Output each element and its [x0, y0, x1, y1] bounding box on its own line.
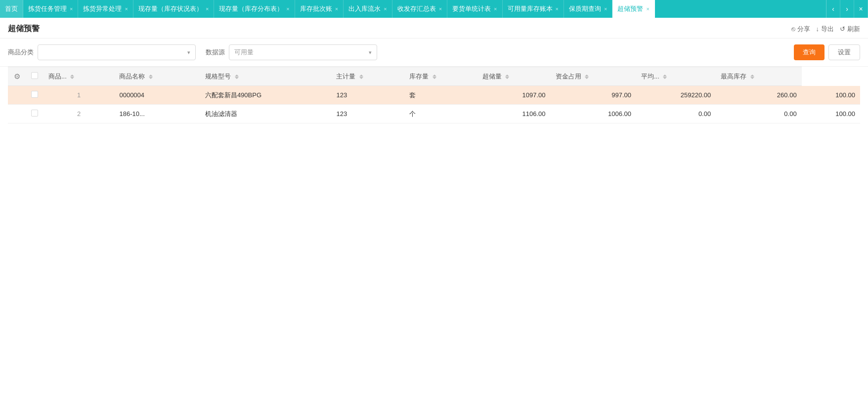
tab-overstock[interactable]: 超储预警 ×	[612, 0, 654, 18]
header-checkbox[interactable]	[31, 72, 38, 79]
close-icon[interactable]: ×	[556, 6, 559, 12]
cell-capital: 259220.00	[636, 86, 716, 105]
page-content: 超储预警 ⎋ 分享 ↓ 导出 ↺ 刷新 商品分类 ▾ 数据源	[0, 18, 868, 395]
close-icon[interactable]: ×	[494, 6, 497, 12]
cell-index: 1	[43, 86, 114, 105]
filter-area: 商品分类 ▾ 数据源 可用量 ▾ 查询 设置	[0, 39, 868, 67]
close-icon[interactable]: ×	[206, 6, 209, 12]
gear-icon[interactable]: ⚙	[14, 72, 20, 80]
datasource-select[interactable]: 可用量 ▾	[229, 44, 377, 60]
row-checkbox[interactable]	[31, 91, 38, 98]
tab-expiry[interactable]: 保质期查询 ×	[564, 0, 612, 18]
cell-index: 2	[43, 105, 114, 123]
sort-icon	[750, 75, 754, 79]
row-checkbox[interactable]	[31, 110, 38, 117]
close-icon[interactable]: ×	[604, 6, 607, 12]
col-settings: ⚙	[8, 67, 26, 86]
col-product-code[interactable]: 商品...	[43, 67, 114, 86]
top-nav: 首页 拣货任务管理 × 拣货异常处理 × 现存量（库存状况表） × 现存量（库存…	[0, 0, 868, 18]
settings-button[interactable]: 设置	[828, 44, 860, 60]
row-checkbox-cell	[26, 105, 43, 123]
tab-pick-task[interactable]: 拣货任务管理 ×	[23, 0, 78, 18]
category-select[interactable]: ▾	[38, 44, 196, 60]
col-capital[interactable]: 资金占用	[551, 67, 636, 86]
cell-product-name: 六配套新昌490BPG	[200, 86, 332, 105]
cell-spec: 123	[331, 86, 404, 105]
cell-capital: 0.00	[636, 105, 716, 123]
close-icon[interactable]: ×	[125, 6, 128, 12]
header-actions: ⎋ 分享 ↓ 导出 ↺ 刷新	[791, 25, 861, 34]
table-container: ⚙ 商品... 商品名称	[0, 67, 868, 123]
sort-icon	[433, 75, 436, 79]
close-icon[interactable]: ×	[335, 6, 338, 12]
category-label: 商品分类	[8, 48, 34, 57]
category-filter: 商品分类 ▾	[8, 44, 196, 60]
refresh-icon: ↺	[840, 25, 845, 33]
sort-icon	[149, 75, 153, 79]
tab-available[interactable]: 可用量库存账本 ×	[503, 0, 564, 18]
sort-icon	[585, 75, 589, 79]
datasource-value: 可用量	[234, 48, 254, 57]
export-icon: ↓	[816, 25, 820, 33]
cell-stock: 1097.00	[477, 86, 551, 105]
nav-prev-button[interactable]: ‹	[826, 0, 840, 18]
sort-icon	[70, 75, 74, 79]
page-header: 超储预警 ⎋ 分享 ↓ 导出 ↺ 刷新	[0, 18, 868, 39]
cell-product-name: 机油滤清器	[200, 105, 332, 123]
cell-avg: 0.00	[716, 105, 801, 123]
share-icon: ⎋	[791, 25, 795, 33]
close-icon[interactable]: ×	[439, 6, 442, 12]
sort-icon	[359, 75, 363, 79]
cell-unit: 个	[404, 105, 477, 123]
col-spec[interactable]: 规格型号	[200, 67, 332, 86]
share-button[interactable]: ⎋ 分享	[791, 25, 810, 34]
nav-arrows: ‹ › ×	[826, 0, 868, 18]
data-table: ⚙ 商品... 商品名称	[8, 67, 860, 123]
tab-summary[interactable]: 收发存汇总表 ×	[392, 0, 447, 18]
col-stock[interactable]: 库存量	[404, 67, 477, 86]
col-avg[interactable]: 平均...	[636, 67, 716, 86]
datasource-filter: 数据源 可用量 ▾	[206, 44, 377, 60]
tab-pick-exception[interactable]: 拣货异常处理 ×	[78, 0, 133, 18]
export-button[interactable]: ↓ 导出	[816, 25, 834, 34]
sort-icon	[505, 75, 509, 79]
col-overstock[interactable]: 超储量	[477, 67, 551, 86]
col-max-stock[interactable]: 最高库存	[716, 67, 801, 86]
tab-inventory-status[interactable]: 现存量（库存状况表） ×	[133, 0, 214, 18]
cell-product-code: 186-10...	[114, 105, 200, 123]
col-unit[interactable]: 主计量	[331, 67, 404, 86]
close-icon[interactable]: ×	[286, 6, 289, 12]
tab-flow[interactable]: 出入库流水 ×	[344, 0, 392, 18]
cell-avg: 260.00	[716, 86, 801, 105]
query-button[interactable]: 查询	[794, 44, 825, 60]
tab-inventory-dist[interactable]: 现存量（库存分布表） ×	[214, 0, 295, 18]
table-header-row: ⚙ 商品... 商品名称	[8, 67, 860, 86]
row-settings-cell	[8, 105, 26, 123]
row-settings-cell	[8, 86, 26, 105]
cell-product-code: 0000004	[114, 86, 200, 105]
cell-unit: 套	[404, 86, 477, 105]
refresh-button[interactable]: ↺ 刷新	[840, 25, 860, 34]
close-icon[interactable]: ×	[646, 6, 649, 12]
datasource-label: 数据源	[206, 48, 225, 57]
cell-max-stock: 100.00	[802, 86, 860, 105]
tab-batch-account[interactable]: 库存批次账 ×	[295, 0, 344, 18]
table-row: 1 0000004 六配套新昌490BPG 123 套 1097.00 997.…	[8, 86, 860, 105]
cell-overstock: 997.00	[551, 86, 636, 105]
tab-requisition[interactable]: 要货单统计表 ×	[447, 0, 502, 18]
close-icon[interactable]: ×	[70, 6, 73, 12]
sort-icon	[663, 75, 667, 79]
nav-close-button[interactable]: ×	[854, 0, 868, 18]
cell-spec: 123	[331, 105, 404, 123]
row-checkbox-cell	[26, 86, 43, 105]
chevron-down-icon: ▾	[187, 49, 190, 56]
col-product-name[interactable]: 商品名称	[114, 67, 200, 86]
filter-buttons: 查询 设置	[794, 44, 860, 60]
table-row: 2 186-10... 机油滤清器 123 个 1106.00 1006.00 …	[8, 105, 860, 123]
nav-next-button[interactable]: ›	[840, 0, 854, 18]
tab-home[interactable]: 首页	[0, 0, 23, 18]
cell-stock: 1106.00	[477, 105, 551, 123]
cell-overstock: 1006.00	[551, 105, 636, 123]
chevron-down-icon: ▾	[369, 49, 372, 56]
close-icon[interactable]: ×	[384, 6, 387, 12]
